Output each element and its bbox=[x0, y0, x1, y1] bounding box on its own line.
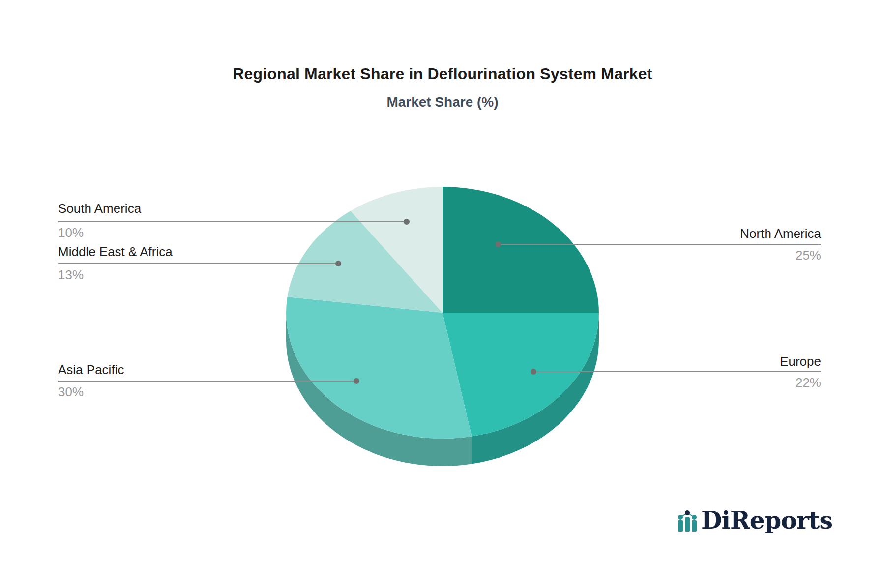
direports-logo: DiReports bbox=[678, 508, 840, 562]
label-middle-east-africa: Middle East & Africa bbox=[58, 245, 173, 260]
pie-chart bbox=[0, 0, 885, 588]
bar-chart-logo-icon bbox=[678, 509, 699, 534]
leader-dot-asia-pacific bbox=[354, 378, 359, 384]
logo-dot-right bbox=[692, 515, 697, 520]
leader-dot-south-america bbox=[404, 219, 410, 225]
leader-dot-north-america bbox=[495, 241, 501, 247]
value-south-america: 10% bbox=[58, 226, 84, 240]
label-south-america: South America bbox=[58, 202, 141, 216]
label-north-america: North America bbox=[740, 227, 821, 241]
pie-slice-north-america bbox=[442, 187, 599, 313]
label-asia-pacific: Asia Pacific bbox=[58, 363, 124, 378]
value-north-america: 25% bbox=[796, 248, 821, 263]
label-europe: Europe bbox=[780, 354, 821, 369]
chart-canvas: Regional Market Share in Deflourination … bbox=[0, 0, 885, 588]
value-europe: 22% bbox=[796, 376, 821, 390]
value-middle-east-africa: 13% bbox=[58, 268, 84, 283]
logo-dot-left bbox=[678, 515, 683, 520]
logo-bar-2 bbox=[685, 517, 690, 532]
pie-slices bbox=[286, 187, 599, 439]
logo-bar-3 bbox=[692, 520, 697, 532]
leader-dot-middle-east-africa bbox=[335, 261, 341, 266]
value-asia-pacific: 30% bbox=[58, 385, 84, 400]
logo-dot-middle bbox=[685, 510, 690, 515]
logo-text: DiReports bbox=[701, 508, 832, 532]
logo-bar-1 bbox=[678, 520, 683, 532]
leader-dot-europe bbox=[531, 369, 536, 375]
